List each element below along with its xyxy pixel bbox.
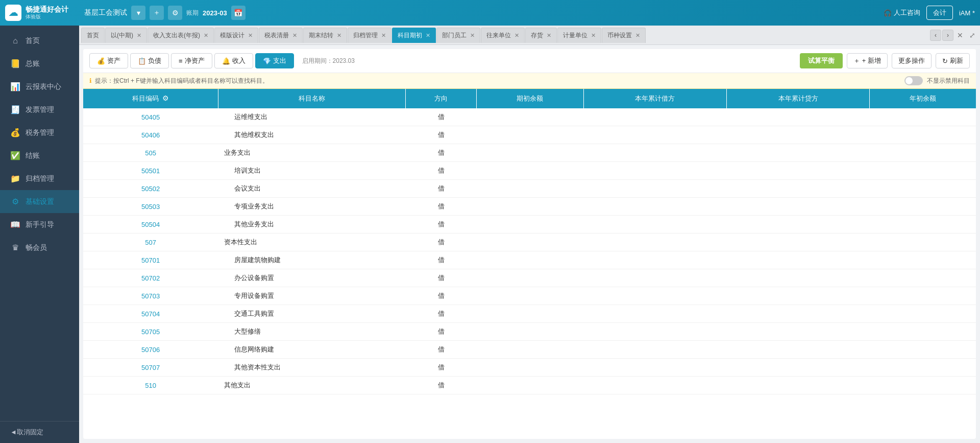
table-row[interactable]: 50406 其他维权支出 借 bbox=[83, 126, 976, 144]
close-icon[interactable]: ✕ bbox=[470, 32, 475, 39]
balance-button[interactable]: 试算平衡 bbox=[800, 53, 843, 68]
close-icon[interactable]: ✕ bbox=[514, 32, 519, 39]
col-code: 科目编码 ⚙ bbox=[83, 89, 218, 108]
tab-currency[interactable]: 币种设置 ✕ bbox=[602, 28, 646, 43]
cell-direction: 借 bbox=[406, 287, 477, 305]
tab-prev-btn[interactable]: ‹ bbox=[930, 30, 941, 41]
table-row[interactable]: 50703 专用设备购置 借 bbox=[83, 287, 976, 305]
col-ytd-credit: 本年累计贷方 bbox=[726, 89, 869, 108]
table-row[interactable]: 510 其他支出 借 bbox=[83, 377, 976, 394]
tab-net-asset[interactable]: ≡ 净资产 bbox=[171, 53, 212, 68]
close-icon[interactable]: ✕ bbox=[337, 32, 341, 39]
table-row[interactable]: 50503 专项业务支出 借 bbox=[83, 198, 976, 216]
cell-direction: 借 bbox=[406, 269, 477, 287]
tax-icon: 💰 bbox=[10, 128, 20, 137]
refresh-button[interactable]: ↻ 刷新 bbox=[936, 53, 970, 68]
sidebar-collapse-btn[interactable]: ◄取消固定 bbox=[0, 421, 79, 443]
tab-template[interactable]: 模版设计 ✕ bbox=[214, 28, 258, 43]
sidebar-item-invoice[interactable]: 🧾 发票管理 bbox=[0, 98, 79, 121]
close-icon[interactable]: ✕ bbox=[635, 32, 640, 39]
tab-expand-btn[interactable]: ⤢ bbox=[967, 30, 978, 41]
dropdown-icon[interactable]: ▾ bbox=[131, 6, 145, 20]
tab-yearend-label: 期末结转 bbox=[309, 31, 333, 40]
close-icon[interactable]: ✕ bbox=[204, 32, 208, 39]
cell-name: 资本性支出 bbox=[218, 234, 405, 251]
toggle-disabled-switch[interactable] bbox=[904, 76, 923, 85]
header-middle: 基层工会测试 ▾ ＋ ⚙ 账期 2023-03 📅 bbox=[84, 6, 884, 20]
tab-asset[interactable]: 💰 资产 bbox=[89, 53, 128, 68]
add-company-btn[interactable]: ＋ bbox=[150, 6, 164, 20]
table-row[interactable]: 50706 信息网络购建 借 bbox=[83, 341, 976, 359]
tab-subject[interactable]: 科目期初 ✕ bbox=[392, 28, 436, 43]
sidebar-item-home[interactable]: ⌂ 首页 bbox=[0, 30, 79, 52]
cell-year-opening bbox=[870, 126, 976, 144]
company-name[interactable]: 基层工会测试 bbox=[84, 8, 127, 17]
tab-expenditure[interactable]: 💎 支出 bbox=[255, 53, 294, 68]
support-label: 人工咨询 bbox=[894, 8, 920, 17]
table-container[interactable]: 科目编码 ⚙ 科目名称 方向 期初余额 本年累计借方 本年累计贷方 年初余额 bbox=[83, 89, 976, 439]
cell-ytd-credit bbox=[726, 162, 869, 180]
calendar-icon[interactable]: 📅 bbox=[231, 6, 246, 20]
tab-next-btn[interactable]: › bbox=[942, 30, 953, 41]
sidebar-item-settle[interactable]: ✅ 结账 bbox=[0, 144, 79, 167]
sidebar-item-archive[interactable]: 📁 归档管理 bbox=[0, 167, 79, 190]
user-label[interactable]: iAM * bbox=[959, 9, 975, 17]
tab-tax[interactable]: 税表清册 ✕ bbox=[259, 28, 303, 43]
close-icon[interactable]: ✕ bbox=[248, 32, 253, 39]
settings-icon[interactable]: ⚙ bbox=[168, 6, 182, 20]
add-button[interactable]: ＋ + 新增 bbox=[847, 53, 888, 68]
cell-name: 专项业务支出 bbox=[218, 198, 405, 216]
close-icon[interactable]: ✕ bbox=[591, 32, 596, 39]
cell-ytd-debit bbox=[583, 216, 726, 234]
tab-yearend[interactable]: 期末结转 ✕ bbox=[303, 28, 347, 43]
table-row[interactable]: 50707 其他资本性支出 借 bbox=[83, 359, 976, 377]
cell-direction: 借 bbox=[406, 216, 477, 234]
tab-partner-label: 往来单位 bbox=[486, 31, 511, 40]
col-settings-icon[interactable]: ⚙ bbox=[162, 94, 169, 102]
table-row[interactable]: 50405 运维维支出 借 bbox=[83, 108, 976, 126]
support-btn[interactable]: 🎧 人工咨询 bbox=[884, 8, 920, 17]
income-icon: 🔔 bbox=[222, 57, 230, 65]
sidebar-item-guide[interactable]: 📖 新手引导 bbox=[0, 213, 79, 236]
table-row[interactable]: 50504 其他业务支出 借 bbox=[83, 216, 976, 234]
sidebar-item-member[interactable]: ♛ 畅会员 bbox=[0, 236, 79, 259]
cell-code: 50707 bbox=[83, 359, 218, 377]
table-row[interactable]: 507 资本性支出 借 bbox=[83, 234, 976, 251]
table-row[interactable]: 50704 交通工具购置 借 bbox=[83, 305, 976, 323]
more-button[interactable]: 更多操作 bbox=[892, 53, 932, 68]
table-row[interactable]: 50702 办公设备购置 借 bbox=[83, 269, 976, 287]
tab-dept[interactable]: 部门员工 ✕ bbox=[436, 28, 480, 43]
cell-opening bbox=[477, 126, 584, 144]
tab-midterm[interactable]: 以(中期) ✕ bbox=[105, 28, 147, 43]
cell-direction: 借 bbox=[406, 180, 477, 198]
tab-archive[interactable]: 归档管理 ✕ bbox=[348, 28, 391, 43]
close-icon[interactable]: ✕ bbox=[547, 32, 551, 39]
table-row[interactable]: 50705 大型修缮 借 bbox=[83, 323, 976, 341]
cell-code: 50703 bbox=[83, 287, 218, 305]
sidebar-item-settings[interactable]: ⚙ 基础设置 bbox=[0, 190, 79, 213]
tab-annual[interactable]: 收入支出表(年报) ✕ bbox=[148, 28, 214, 43]
table-row[interactable]: 505 业务支出 借 bbox=[83, 144, 976, 162]
cell-ytd-credit bbox=[726, 323, 869, 341]
tab-income[interactable]: 🔔 收入 bbox=[214, 53, 253, 68]
close-icon[interactable]: ✕ bbox=[292, 32, 297, 39]
cell-direction: 借 bbox=[406, 198, 477, 216]
tab-unit[interactable]: 计量单位 ✕ bbox=[557, 28, 601, 43]
tab-inventory[interactable]: 存货 ✕ bbox=[525, 28, 557, 43]
sidebar-item-ledger[interactable]: 📒 总账 bbox=[0, 52, 79, 75]
tab-close-all-btn[interactable]: ✕ bbox=[954, 30, 966, 41]
close-icon[interactable]: ✕ bbox=[381, 32, 386, 39]
sidebar-item-tax[interactable]: 💰 税务管理 bbox=[0, 121, 79, 144]
tab-home[interactable]: 首页 bbox=[81, 28, 105, 43]
account-button[interactable]: 会计 bbox=[926, 6, 953, 20]
close-icon[interactable]: ✕ bbox=[137, 32, 141, 39]
table-row[interactable]: 50501 培训支出 借 bbox=[83, 162, 976, 180]
table-row[interactable]: 50502 会议支出 借 bbox=[83, 180, 976, 198]
sidebar-item-report[interactable]: 📊 云报表中心 bbox=[0, 75, 79, 98]
close-icon[interactable]: ✕ bbox=[426, 32, 430, 39]
tab-partner[interactable]: 往来单位 ✕ bbox=[481, 28, 525, 43]
cell-ytd-debit bbox=[583, 269, 726, 287]
tab-liability[interactable]: 📋 负债 bbox=[130, 53, 169, 68]
cell-opening bbox=[477, 269, 584, 287]
table-row[interactable]: 50701 房屋建筑物购建 借 bbox=[83, 251, 976, 269]
